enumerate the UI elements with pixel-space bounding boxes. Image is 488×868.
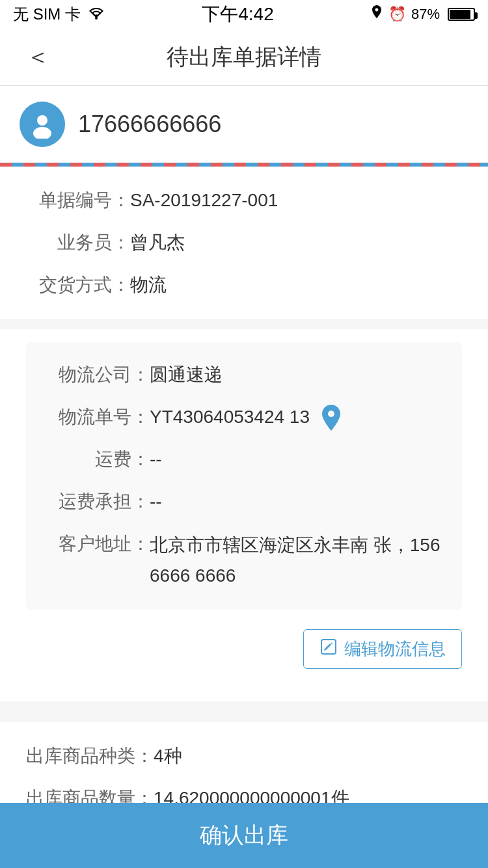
logistics-section: 物流公司： 圆通速递 物流单号： YT43064053424 13 运费： --	[0, 329, 488, 701]
edit-logistics-button[interactable]: 编辑物流信息	[303, 629, 462, 669]
product-types-row: 出库商品种类： 4种	[26, 742, 462, 771]
location-icon	[370, 5, 383, 23]
delivery-value: 物流	[130, 271, 462, 300]
time-display: 下午4:42	[202, 2, 274, 27]
freight-bear-row: 运费承担： --	[46, 487, 442, 517]
nav-bar: ＜ 待出库单据详情	[0, 29, 488, 86]
product-types-value: 4种	[154, 742, 462, 771]
battery-percent: 87%	[411, 6, 440, 23]
salesperson-row: 业务员： 曾凡杰	[26, 228, 462, 258]
main-content: 17666666666 单据编号： SA-20191227-001 业务员： 曾…	[0, 86, 488, 868]
address-value: 北京市市辖区海淀区永丰南 张，156 6666 6666	[150, 530, 442, 591]
wifi-icon	[87, 5, 105, 23]
confirm-bar[interactable]: 确认出库	[0, 803, 488, 868]
logistics-company-label: 物流公司：	[46, 360, 150, 390]
freight-bear-value: --	[150, 487, 442, 517]
status-bar: 无 SIM 卡 下午4:42 ⏰ 87%	[0, 0, 488, 29]
back-button[interactable]: ＜	[20, 34, 56, 79]
logistics-company-row: 物流公司： 圆通速递	[46, 360, 442, 390]
freight-label: 运费：	[46, 445, 150, 474]
logistics-company-value: 圆通速递	[150, 360, 442, 390]
tracking-row: 物流单号： YT43064053424 13	[46, 403, 442, 432]
edit-logistics-label: 编辑物流信息	[344, 638, 446, 660]
svg-point-0	[95, 17, 98, 20]
carrier-label: 无 SIM 卡	[13, 4, 81, 25]
order-no-row: 单据编号： SA-20191227-001	[26, 186, 462, 215]
customer-phone: 17666666666	[78, 111, 221, 138]
order-info-section: 单据编号： SA-20191227-001 业务员： 曾凡杰 交货方式： 物流	[0, 167, 488, 319]
section-gap-1	[0, 712, 488, 722]
freight-value: --	[150, 445, 442, 474]
address-row: 客户地址： 北京市市辖区海淀区永丰南 张，156 6666 6666	[46, 530, 442, 591]
address-label: 客户地址：	[46, 530, 150, 559]
freight-row: 运费： --	[46, 445, 442, 474]
svg-point-2	[37, 115, 47, 126]
tracking-label: 物流单号：	[46, 403, 150, 432]
page-title: 待出库单据详情	[167, 42, 321, 72]
delivery-label: 交货方式：	[26, 271, 130, 300]
location-pin-icon[interactable]	[320, 405, 342, 431]
salesperson-value: 曾凡杰	[130, 228, 462, 258]
status-left: 无 SIM 卡	[13, 4, 105, 25]
customer-header: 17666666666	[0, 86, 488, 163]
alarm-icon: ⏰	[388, 6, 406, 23]
order-no-value: SA-20191227-001	[130, 186, 462, 215]
edit-icon	[319, 638, 338, 660]
avatar	[20, 102, 65, 147]
edit-logistics-area: 编辑物流信息	[26, 623, 462, 682]
product-types-label: 出库商品种类：	[26, 742, 154, 771]
status-right: ⏰ 87%	[370, 5, 475, 23]
logistics-card: 物流公司： 圆通速递 物流单号： YT43064053424 13 运费： --	[26, 342, 462, 609]
battery-icon	[448, 8, 475, 21]
salesperson-label: 业务员：	[26, 228, 130, 258]
tracking-value: YT43064053424 13	[150, 403, 442, 432]
order-no-label: 单据编号：	[26, 186, 130, 215]
freight-bear-label: 运费承担：	[46, 487, 150, 517]
confirm-button-label: 确认出库	[200, 821, 288, 850]
delivery-row: 交货方式： 物流	[26, 271, 462, 300]
